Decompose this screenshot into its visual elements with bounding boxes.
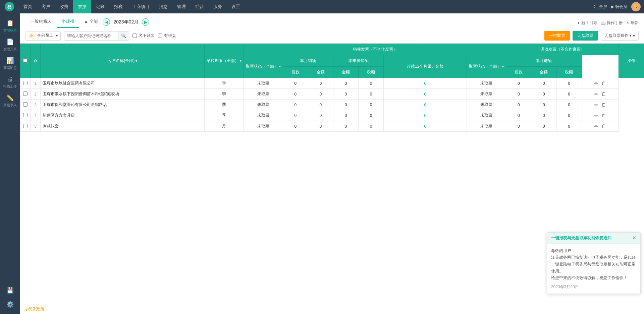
- row-sales-month-amount: 0: [308, 100, 333, 110]
- search-button[interactable]: 🔍: [118, 32, 129, 40]
- row-checkbox[interactable]: [23, 113, 28, 117]
- edit-icon[interactable]: ✏: [594, 91, 598, 97]
- 票据汇总-icon: 📊: [6, 57, 14, 64]
- sidebar-item-发票开具[interactable]: 📄发票开具: [1, 36, 19, 54]
- nav-item-消息[interactable]: 消息: [154, 0, 172, 13]
- sidebar-item-票据录入[interactable]: ✏️票据录入: [1, 91, 19, 110]
- row-actions: ✏ 🗒: [582, 121, 619, 132]
- my-accounts-checkbox[interactable]: [132, 34, 137, 38]
- th-sales-status[interactable]: 取票状态（全部）: [244, 55, 283, 78]
- one-click-ticket-btn[interactable]: 一键取票: [544, 31, 570, 41]
- vip-label: 畅会员: [615, 4, 627, 10]
- employee-filter[interactable]: 全 全部员工 ▾: [25, 31, 61, 41]
- row-sales-quarter-tax: 0: [359, 121, 384, 132]
- notification-greeting: 尊敬的用户：: [551, 247, 636, 254]
- edit-icon[interactable]: ✏: [594, 113, 598, 118]
- vip-btn[interactable]: ▶ 畅会员: [611, 4, 627, 10]
- tab-general-taxpayer[interactable]: 一般纳税人: [25, 16, 57, 28]
- guide-btn[interactable]: ✦ 新手引导: [577, 20, 597, 26]
- table-settings-icon[interactable]: ⚙: [34, 59, 37, 63]
- sidebar-bottom: 💾 ⚙️: [1, 284, 19, 314]
- manual-btn[interactable]: 📖 操作手册: [601, 20, 623, 26]
- nav-item-服务[interactable]: 服务: [209, 0, 227, 13]
- row-checkbox[interactable]: [23, 81, 28, 85]
- tax-disk-filter[interactable]: 有税盘: [158, 33, 176, 39]
- th-purchase-status[interactable]: 取票状态（全部）: [467, 55, 506, 78]
- fullscreen-icon: ⛶: [594, 4, 598, 9]
- nav-item-收费[interactable]: 收费: [55, 0, 73, 13]
- row-sales-month-amount: 0: [308, 78, 333, 89]
- row-purchase-month-count: 0: [506, 121, 531, 132]
- sales-accumulated-link[interactable]: 0: [424, 103, 426, 107]
- row-purchase-status: 未取票: [467, 78, 506, 89]
- tab-small-scale[interactable]: 小规模: [57, 16, 79, 28]
- row-purchase-month-count: 0: [506, 89, 531, 100]
- fullscreen-btn[interactable]: ⛶ 全屏: [594, 4, 607, 10]
- edit-icon[interactable]: ✏: [594, 81, 598, 86]
- sidebar-item-扫描上传[interactable]: 🖨扫描上传: [1, 73, 19, 91]
- sales-accumulated-link[interactable]: 0: [424, 113, 426, 118]
- row-num: 4: [31, 110, 41, 121]
- my-accounts-filter[interactable]: 名下账套: [132, 33, 155, 39]
- nav-item-管理[interactable]: 管理: [172, 0, 191, 13]
- nav-item-票据[interactable]: 票据: [73, 0, 91, 13]
- nav-item-首页[interactable]: 首页: [19, 0, 37, 13]
- row-purchase-month-count: 0: [506, 100, 531, 110]
- row-checkbox[interactable]: [23, 124, 28, 128]
- th-tax-period[interactable]: 纳税期限（全部）: [205, 44, 244, 78]
- nav-item-经营[interactable]: 经营: [191, 0, 209, 13]
- row-checkbox[interactable]: [23, 91, 28, 96]
- row-sales-quarter-amount: 0: [333, 121, 358, 132]
- edit-icon[interactable]: ✏: [594, 124, 598, 129]
- row-sales-month-amount: 0: [308, 110, 333, 121]
- nav-item-工商项目[interactable]: 工商项目: [127, 0, 154, 13]
- sidebar-item-download[interactable]: 💾: [1, 284, 19, 297]
- sales-accumulated-link[interactable]: 0: [424, 81, 426, 86]
- row-tax-period: 季: [205, 110, 244, 121]
- nav-item-记账[interactable]: 记账: [91, 0, 109, 13]
- nav-item-设置[interactable]: 设置: [227, 0, 245, 13]
- edit-icon[interactable]: ✏: [594, 102, 598, 108]
- detail-icon[interactable]: 🗒: [601, 113, 606, 118]
- detail-icon[interactable]: 🗒: [601, 81, 606, 86]
- row-purchase-month-amount: 0: [531, 100, 556, 110]
- row-name: 新建区方方文具店: [41, 110, 205, 121]
- th-sales-current-quarter: 本季度销项: [333, 55, 383, 67]
- period-prev-btn[interactable]: ◀: [103, 18, 110, 26]
- detail-icon[interactable]: 🗒: [601, 102, 606, 108]
- th-name[interactable]: 客户名称(全部): [41, 44, 205, 78]
- sidebar-item-票据汇总[interactable]: 📊票据汇总: [1, 54, 19, 73]
- nav-item-报税[interactable]: 报税: [109, 0, 127, 13]
- th-purchase-current-month: 本月进项: [506, 55, 582, 67]
- tab-general-label: 一般纳税人: [30, 18, 52, 24]
- row-checkbox-cell: [20, 78, 31, 89]
- nav-item-客户[interactable]: 客户: [37, 0, 55, 13]
- diskless-ticket-btn[interactable]: 无盘取票: [573, 31, 598, 41]
- th-checkbox: [20, 44, 31, 78]
- tab-right-actions: ✦ 新手引导 📖 操作手册 ↻ 刷新: [577, 20, 639, 28]
- tab-omnipotent[interactable]: ▲ 全能: [79, 16, 103, 28]
- filter-badge: 全: [29, 33, 35, 39]
- select-all-checkbox[interactable]: [23, 58, 28, 63]
- table-row: 4 新建区方方文具店 季 未取票 0 0 0 0 0 未取票 0 0 0 ✏ 🗒: [20, 110, 644, 121]
- detail-icon[interactable]: 🗒: [601, 124, 606, 129]
- refresh-btn[interactable]: ↻ 刷新: [626, 20, 639, 26]
- row-checkbox[interactable]: [23, 102, 28, 107]
- diskless-ticket-dropdown-btn[interactable]: 无盘取票操作 ▾ ▾: [601, 31, 639, 41]
- th-s-quarter-tax: 税额: [359, 67, 384, 78]
- row-sales-month-count: 0: [283, 110, 308, 121]
- tax-disk-checkbox[interactable]: [158, 34, 162, 38]
- row-sales-month-amount: 0: [308, 121, 333, 132]
- sales-accumulated-link[interactable]: 0: [424, 124, 426, 129]
- tax-policy-link[interactable]: 税务政策: [28, 306, 44, 312]
- table-row: 3 卫辉市保和堂医药有限公司走锯路店 季 未取票 0 0 0 0 0 未取票 0…: [20, 100, 644, 110]
- notification-close-btn[interactable]: ✕: [632, 235, 636, 241]
- row-tax-period: 月: [205, 121, 244, 132]
- search-input[interactable]: [64, 32, 118, 40]
- avatar[interactable]: 🐱: [631, 2, 641, 11]
- sidebar-item-settings[interactable]: ⚙️: [1, 298, 19, 311]
- sidebar-item-智能取票[interactable]: 📋智能取票: [1, 17, 19, 36]
- sales-accumulated-link[interactable]: 0: [424, 92, 426, 97]
- period-next-btn[interactable]: ▶: [142, 18, 149, 26]
- detail-icon[interactable]: 🗒: [601, 91, 606, 97]
